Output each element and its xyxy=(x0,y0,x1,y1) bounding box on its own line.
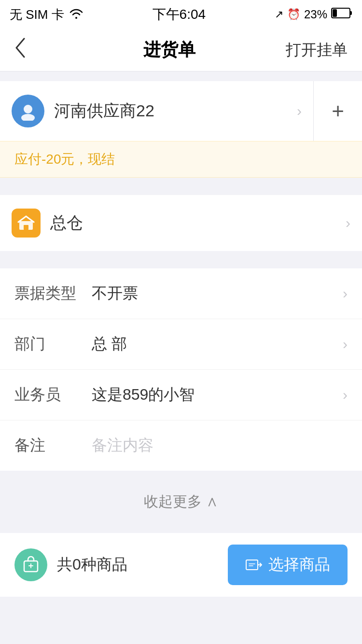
svg-point-3 xyxy=(24,105,32,113)
battery-text: 23% xyxy=(304,8,327,21)
wifi-icon xyxy=(69,7,84,22)
supplier-section: 河南供应商22 › + xyxy=(0,81,362,141)
svg-rect-6 xyxy=(24,225,28,230)
status-bar: 无 SIM 卡 下午6:04 ↗ ⏰ 23% xyxy=(0,0,362,29)
carrier-text: 无 SIM 卡 xyxy=(10,6,64,23)
salesperson-value: 这是859的小智 xyxy=(92,384,338,406)
back-button[interactable] xyxy=(14,38,53,62)
form-section: 票据类型 不开票 › 部门 总 部 › 业务员 这是859的小智 › 备注 备注… xyxy=(0,268,362,471)
separator-1 xyxy=(0,71,362,81)
svg-rect-2 xyxy=(333,9,337,17)
chevron-right-icon-invoice: › xyxy=(343,285,348,302)
open-pending-button[interactable]: 打开挂单 xyxy=(286,40,348,61)
svg-rect-1 xyxy=(350,11,352,15)
nav-bar: 进货单 打开挂单 xyxy=(0,29,362,71)
status-left: 无 SIM 卡 xyxy=(10,6,84,23)
product-icon xyxy=(14,548,47,581)
select-product-button[interactable]: 选择商品 xyxy=(228,545,348,585)
select-product-label: 选择商品 xyxy=(268,554,330,575)
collapse-label: 收起更多 ∧ xyxy=(144,492,218,512)
department-row[interactable]: 部门 总 部 › xyxy=(0,319,362,370)
battery-icon xyxy=(331,7,352,22)
page-title: 进货单 xyxy=(143,38,195,62)
warehouse-name: 总仓 xyxy=(50,212,341,234)
separator-3 xyxy=(0,251,362,261)
chevron-right-icon: › xyxy=(297,103,302,119)
remark-row[interactable]: 备注 备注内容 xyxy=(0,420,362,471)
alarm-icon: ⏰ xyxy=(287,8,300,21)
invoice-type-value: 不开票 xyxy=(92,283,338,304)
invoice-type-row[interactable]: 票据类型 不开票 › xyxy=(0,268,362,319)
collapse-button[interactable]: 收起更多 ∧ xyxy=(0,478,362,525)
chevron-right-icon-salesperson: › xyxy=(343,387,348,403)
salesperson-row[interactable]: 业务员 这是859的小智 › xyxy=(0,370,362,420)
invoice-type-label: 票据类型 xyxy=(14,283,82,304)
warehouse-section[interactable]: 总仓 › xyxy=(0,195,362,251)
supplier-avatar xyxy=(12,95,44,127)
svg-rect-8 xyxy=(246,560,258,570)
supplier-name: 河南供应商22 xyxy=(54,100,292,122)
department-value: 总 部 xyxy=(92,334,338,355)
product-bar: 共0种商品 选择商品 xyxy=(0,533,362,597)
remark-label: 备注 xyxy=(14,435,82,456)
chevron-right-icon-warehouse: › xyxy=(346,215,350,231)
remark-input[interactable]: 备注内容 xyxy=(92,435,348,456)
product-count: 共0种商品 xyxy=(57,554,228,575)
status-right: ↗ ⏰ 23% xyxy=(275,7,352,22)
supplier-selector[interactable]: 河南供应商22 › xyxy=(0,81,314,141)
notice-text: 应付-20元，现结 xyxy=(14,152,115,167)
add-supplier-button[interactable]: + xyxy=(314,85,362,137)
warehouse-icon xyxy=(12,209,41,238)
svg-point-4 xyxy=(21,114,35,121)
status-time: 下午6:04 xyxy=(153,5,206,24)
notice-banner: 应付-20元，现结 xyxy=(0,141,362,178)
location-icon: ↗ xyxy=(275,8,283,21)
department-label: 部门 xyxy=(14,334,82,355)
separator-2 xyxy=(0,178,362,187)
chevron-right-icon-department: › xyxy=(343,336,348,352)
salesperson-label: 业务员 xyxy=(14,384,82,406)
